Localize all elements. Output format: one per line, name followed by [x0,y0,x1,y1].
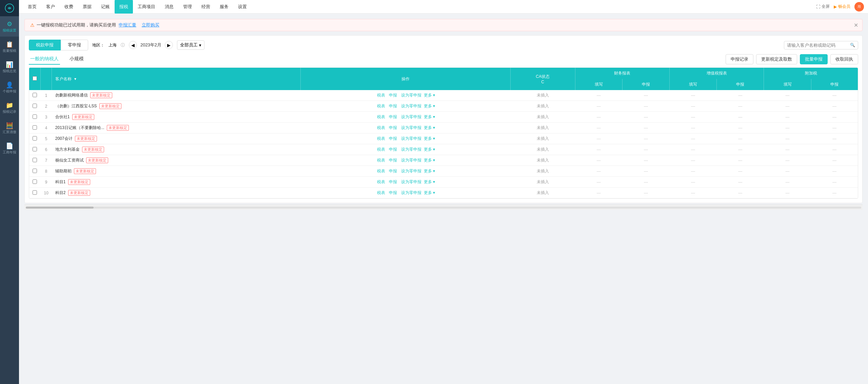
op-setzero-3[interactable]: 设为零申报 [401,125,421,130]
row-checkbox-0[interactable] [29,90,41,101]
row-checkbox-8[interactable] [29,177,41,188]
next-month-button[interactable]: ▶ [165,41,173,49]
shenabao-jilu-button[interactable]: 申报记录 [726,54,753,64]
row-checkbox-9[interactable] [29,188,41,198]
subtab-small[interactable]: 小规模 [68,54,85,65]
op-setzero-6[interactable]: 设为零申报 [401,158,421,163]
search-icon[interactable]: 🔍 [850,43,855,47]
op-setzero-9[interactable]: 设为零申报 [401,190,421,195]
op-taxform-0[interactable]: 税表 [377,93,385,98]
op-setzero-5[interactable]: 设为零申报 [401,147,421,152]
op-more-5[interactable]: 更多 ▾ [424,147,435,152]
op-more-9[interactable]: 更多 ▾ [424,190,435,195]
staff-select[interactable]: 全部员工 ▾ [177,40,204,50]
op-more-6[interactable]: 更多 ▾ [424,158,435,163]
banner-link-shenabao[interactable]: 申报汇量 [119,22,136,28]
vip-button[interactable]: ▶ 畅会员 [834,4,850,9]
info-icon[interactable]: ⓘ [121,42,125,48]
subtab-general[interactable]: 一般的纳税人 [29,54,60,65]
op-more-3[interactable]: 更多 ▾ [424,125,435,130]
nav-home[interactable]: 首页 [23,0,41,14]
op-submit-2[interactable]: 申报 [389,114,397,119]
nav-invoice[interactable]: 票据 [78,0,96,14]
nav-customer[interactable]: 客户 [41,0,60,14]
op-taxform-9[interactable]: 税表 [377,190,385,195]
piliang-shenabao-button[interactable]: 批量申报 [800,54,828,64]
horizontal-scrollbar[interactable] [24,205,863,210]
op-submit-6[interactable]: 申报 [389,158,397,163]
op-taxform-1[interactable]: 税表 [377,104,385,108]
op-submit-0[interactable]: 申报 [389,93,397,98]
subtab-action-row: 一般的纳税人 小规模 申报记录 更新税定及取数 批量申报 收取回执 [29,54,858,65]
sort-icon[interactable]: ▾ [74,77,76,81]
user-avatar[interactable]: 用 [854,2,864,12]
sidebar-item-baoshuizonglan[interactable]: 📊 报税总览 [0,57,19,77]
tab-shuikuanshenabao[interactable]: 税款申报 [29,40,61,50]
sidebar-item-jisuanqingdan[interactable]: 🧮 汇算清缴 [0,118,19,138]
row-checkbox-5[interactable] [29,144,41,155]
sidebar-item-gongshangnianbao[interactable]: 📄 工商年报 [0,138,19,158]
prev-month-button[interactable]: ◀ [129,41,137,49]
tax-table: 客户名称 ▾ 操作 CA状态 C 财务报表 增值税报表 [29,68,858,198]
overview-icon: 📊 [6,61,13,68]
op-taxform-4[interactable]: 税表 [377,136,385,141]
nav-message[interactable]: 消息 [160,0,178,14]
scrollbar-track[interactable] [26,207,861,209]
op-submit-5[interactable]: 申报 [389,147,397,152]
op-setzero-2[interactable]: 设为零申报 [401,114,421,119]
op-setzero-1[interactable]: 设为零申报 [401,104,421,108]
row-checkbox-2[interactable] [29,112,41,123]
select-all-checkbox[interactable] [33,76,37,81]
nav-accounting[interactable]: 记账 [96,0,115,14]
nav-operation[interactable]: 经营 [197,0,215,14]
op-setzero-0[interactable]: 设为零申报 [401,93,421,98]
op-submit-3[interactable]: 申报 [389,125,397,130]
search-input[interactable] [787,43,848,48]
op-more-0[interactable]: 更多 ▾ [424,93,435,98]
banner-link-buy[interactable]: 立即购买 [142,22,159,28]
nav-tax[interactable]: 报税 [115,0,133,14]
nav-manage[interactable]: 管理 [178,0,197,14]
op-submit-7[interactable]: 申报 [389,169,397,173]
op-taxform-2[interactable]: 税表 [377,114,385,119]
nav-fee[interactable]: 收费 [60,0,78,14]
row-checkbox-7[interactable] [29,166,41,177]
row-ca-status-5: 未插入 [510,144,575,155]
op-more-2[interactable]: 更多 ▾ [424,114,435,119]
op-submit-4[interactable]: 申报 [389,136,397,141]
row-client-name-4: 2007会计 未更新核定 [52,133,300,144]
row-checkbox-1[interactable] [29,101,41,112]
op-more-7[interactable]: 更多 ▾ [424,169,435,173]
op-submit-8[interactable]: 申报 [389,179,397,184]
op-setzero-8[interactable]: 设为零申报 [401,179,421,184]
nav-settings[interactable]: 设置 [233,0,252,14]
op-taxform-3[interactable]: 税表 [377,125,385,130]
shouwu-huihe-button[interactable]: 收取回执 [830,54,858,64]
sidebar-item-baoshuishezhi[interactable]: ⚙ 报税设置 [0,16,19,37]
scrollbar-thumb[interactable] [26,207,94,209]
sidebar-item-geshuishenabao[interactable]: 👤 个税申报 [0,77,19,98]
op-more-8[interactable]: 更多 ▾ [424,179,435,184]
row-checkbox-4[interactable] [29,133,41,144]
nav-service[interactable]: 服务 [215,0,233,14]
op-setzero-7[interactable]: 设为零申报 [401,169,421,173]
gengxin-shuidingji-button[interactable]: 更新税定及取数 [756,54,797,64]
sidebar-item-baoshuijilu[interactable]: 📁 报税记录 [0,98,19,118]
op-taxform-6[interactable]: 税表 [377,158,385,163]
op-taxform-5[interactable]: 税表 [377,147,385,152]
row-checkbox-3[interactable] [29,123,41,133]
fullscreen-button[interactable]: ⛶ 全屏 [816,4,830,9]
op-submit-1[interactable]: 申报 [389,104,397,108]
op-submit-9[interactable]: 申报 [389,190,397,195]
tab-ling-shenabao[interactable]: 零申报 [61,40,88,50]
op-more-4[interactable]: 更多 ▾ [424,136,435,141]
banner-close-button[interactable]: ✕ [854,22,858,28]
sidebar-item-piliangshuibao[interactable]: 📋 批量报税 [0,37,19,57]
row-f6-4: — [811,133,858,144]
op-taxform-7[interactable]: 税表 [377,169,385,173]
op-more-1[interactable]: 更多 ▾ [424,104,435,108]
row-checkbox-6[interactable] [29,155,41,166]
op-taxform-8[interactable]: 税表 [377,179,385,184]
op-setzero-4[interactable]: 设为零申报 [401,136,421,141]
nav-business[interactable]: 工商项目 [133,0,160,14]
